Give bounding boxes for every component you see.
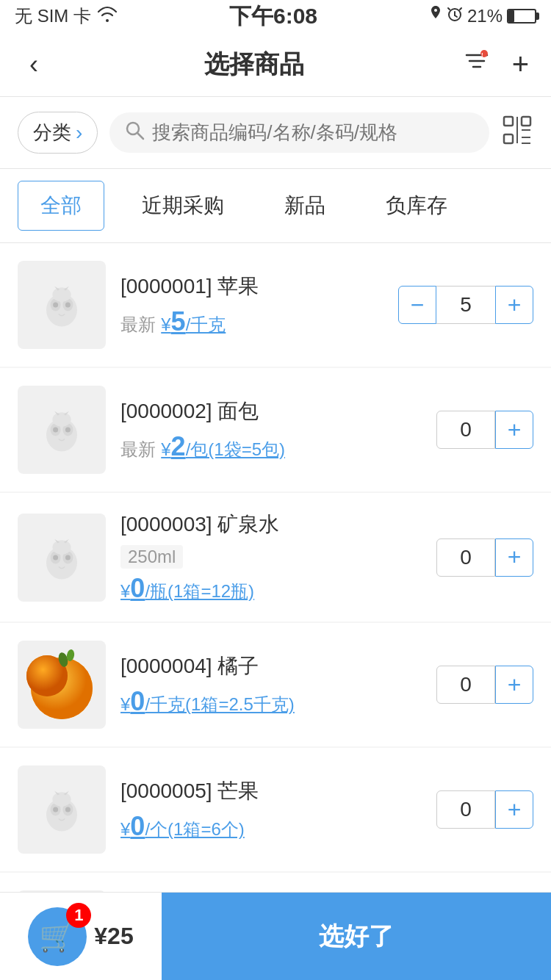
svg-point-28 bbox=[52, 412, 71, 427]
product-spec: 250ml bbox=[120, 545, 183, 569]
page-title: 选择商品 bbox=[204, 48, 304, 82]
product-price: ¥0/瓶(1箱=12瓶) bbox=[120, 573, 422, 604]
product-info: [0000001] 苹果 最新 ¥5/千克 bbox=[120, 273, 383, 337]
confirm-button[interactable]: 选好了 bbox=[162, 893, 551, 981]
product-info: [0000002] 面包 最新 ¥2/包(1袋=5包) bbox=[120, 397, 422, 462]
qty-input[interactable] bbox=[436, 411, 495, 449]
qty-input[interactable] bbox=[436, 666, 495, 704]
product-image bbox=[18, 765, 106, 854]
back-button[interactable]: ‹ bbox=[22, 42, 46, 87]
qty-input[interactable] bbox=[436, 286, 495, 324]
qty-input[interactable] bbox=[436, 790, 495, 829]
svg-point-34 bbox=[52, 540, 71, 555]
product-price: ¥0/千克(1箱=2.5千克) bbox=[120, 686, 422, 717]
status-left: 无 SIM 卡 bbox=[15, 4, 118, 28]
wifi-icon bbox=[97, 6, 118, 26]
category-label: 分类 bbox=[33, 120, 71, 145]
svg-point-33 bbox=[65, 555, 71, 560]
product-info: [0000005] 芒果 ¥0/个(1箱=6个) bbox=[120, 777, 422, 842]
cart-area: 🛒 1 ¥25 bbox=[0, 907, 162, 966]
list-item: [0000001] 苹果 最新 ¥5/千克 − + bbox=[0, 243, 551, 367]
battery-icon bbox=[507, 9, 536, 24]
qty-plus-button[interactable]: + bbox=[495, 411, 533, 449]
product-price: ¥0/个(1箱=6个) bbox=[120, 811, 422, 842]
svg-point-26 bbox=[53, 428, 58, 433]
product-name: [0000004] 橘子 bbox=[120, 652, 422, 680]
tab-recent[interactable]: 近期采购 bbox=[119, 181, 247, 231]
product-name: [0000002] 面包 bbox=[120, 397, 422, 425]
product-image bbox=[18, 641, 106, 729]
search-row: 分类 › bbox=[0, 97, 551, 169]
tab-negative-stock[interactable]: 负库存 bbox=[363, 181, 470, 231]
carrier-text: 无 SIM 卡 bbox=[15, 4, 91, 28]
product-price: 最新 ¥5/千克 bbox=[120, 306, 383, 337]
search-input-wrap bbox=[109, 112, 489, 153]
svg-line-9 bbox=[137, 133, 143, 139]
product-image bbox=[18, 261, 106, 349]
list-item: [0000005] 芒果 ¥0/个(1箱=6个) + bbox=[0, 748, 551, 871]
product-name: [0000005] 芒果 bbox=[120, 777, 422, 805]
tabs-row: 全部 近期采购 新品 负库存 bbox=[0, 169, 551, 243]
bottom-bar: 🛒 1 ¥25 选好了 bbox=[0, 892, 551, 980]
cart-badge: 1 bbox=[66, 903, 91, 928]
svg-point-20 bbox=[53, 303, 58, 308]
qty-control: + bbox=[436, 666, 533, 704]
qty-plus-button[interactable]: + bbox=[495, 790, 533, 829]
location-icon bbox=[429, 6, 442, 26]
svg-point-46 bbox=[52, 792, 71, 807]
nav-right-actions: ! + bbox=[464, 48, 529, 81]
qty-control: + bbox=[436, 790, 533, 829]
status-time: 下午6:08 bbox=[229, 1, 317, 32]
qty-control: − + bbox=[398, 286, 533, 324]
svg-rect-10 bbox=[504, 117, 513, 126]
svg-rect-11 bbox=[522, 117, 530, 126]
svg-point-27 bbox=[65, 428, 71, 433]
battery-percent: 21% bbox=[467, 6, 503, 26]
search-input[interactable] bbox=[152, 121, 475, 144]
svg-point-22 bbox=[52, 287, 71, 302]
svg-point-45 bbox=[65, 807, 71, 813]
product-name: [0000001] 苹果 bbox=[120, 273, 383, 300]
search-icon bbox=[124, 120, 145, 145]
svg-line-2 bbox=[455, 15, 457, 17]
cart-total: ¥25 bbox=[94, 923, 133, 950]
svg-point-21 bbox=[65, 303, 71, 308]
svg-text:!: ! bbox=[481, 51, 483, 58]
product-image bbox=[18, 514, 106, 602]
qty-plus-button[interactable]: + bbox=[495, 666, 533, 704]
product-list: [0000001] 苹果 最新 ¥5/千克 − + bbox=[0, 243, 551, 980]
status-right: 21% bbox=[429, 6, 536, 26]
product-info: [0000004] 橘子 ¥0/千克(1箱=2.5千克) bbox=[120, 652, 422, 717]
scan-icon[interactable] bbox=[501, 114, 533, 152]
filter-icon[interactable]: ! bbox=[464, 48, 490, 81]
qty-minus-button[interactable]: − bbox=[398, 286, 436, 324]
svg-point-32 bbox=[53, 555, 58, 560]
add-button[interactable]: + bbox=[512, 48, 529, 81]
qty-input[interactable] bbox=[436, 538, 495, 577]
list-item: [0000002] 面包 最新 ¥2/包(1袋=5包) + bbox=[0, 368, 551, 491]
qty-plus-button[interactable]: + bbox=[495, 538, 533, 577]
product-name: [0000003] 矿泉水 bbox=[120, 511, 422, 538]
qty-control: + bbox=[436, 538, 533, 577]
tab-new[interactable]: 新品 bbox=[262, 181, 348, 231]
tab-all[interactable]: 全部 bbox=[18, 181, 104, 231]
qty-control: + bbox=[436, 411, 533, 449]
nav-bar: ‹ 选择商品 ! + bbox=[0, 32, 551, 97]
svg-point-44 bbox=[53, 807, 58, 813]
svg-rect-12 bbox=[504, 134, 513, 143]
cart-icon-wrap[interactable]: 🛒 1 bbox=[28, 907, 87, 966]
category-chevron: › bbox=[76, 121, 82, 145]
alarm-icon bbox=[447, 6, 463, 26]
product-price: 最新 ¥2/包(1袋=5包) bbox=[120, 431, 422, 462]
status-bar: 无 SIM 卡 下午6:08 21% bbox=[0, 0, 551, 32]
qty-plus-button[interactable]: + bbox=[495, 286, 533, 324]
list-item: [0000004] 橘子 ¥0/千克(1箱=2.5千克) + bbox=[0, 623, 551, 746]
product-image bbox=[18, 386, 106, 474]
product-info: [0000003] 矿泉水 250ml ¥0/瓶(1箱=12瓶) bbox=[120, 511, 422, 604]
list-item: [0000003] 矿泉水 250ml ¥0/瓶(1箱=12瓶) + bbox=[0, 493, 551, 621]
category-button[interactable]: 分类 › bbox=[18, 112, 98, 154]
